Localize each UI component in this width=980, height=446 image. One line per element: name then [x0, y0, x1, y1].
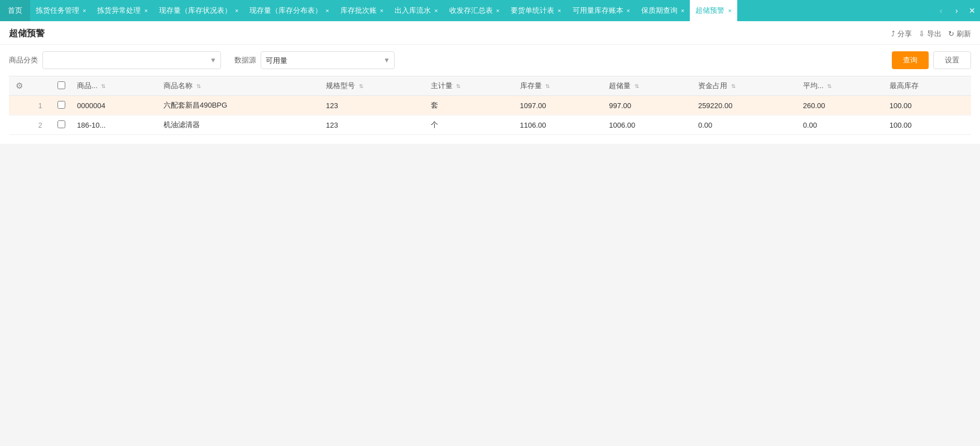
tab-label: 现存量（库存状况表）	[159, 6, 232, 16]
row-over-stock: 997.00	[603, 96, 693, 115]
col-header-product-name[interactable]: 商品名称 ⇅	[158, 76, 320, 96]
sort-icon-capital: ⇅	[731, 83, 736, 89]
refresh-label: 刷新	[957, 29, 971, 39]
datasource-select[interactable]: 可用量	[261, 51, 395, 69]
nav-tab-9[interactable]: 保质期查询 ×	[636, 0, 690, 21]
tab-label: 保质期查询	[641, 6, 678, 16]
sort-icon-spec: ⇅	[359, 83, 363, 89]
page-title: 超储预警	[9, 28, 45, 40]
col-header-product-code[interactable]: 商品... ⇅	[71, 76, 158, 96]
category-select-wrapper: ▼	[42, 51, 221, 69]
query-button[interactable]: 查询	[892, 51, 929, 69]
tab-label: 拣货异常处理	[97, 6, 141, 16]
row-gear-cell	[9, 115, 29, 135]
nav-arrow-close[interactable]: ✕	[964, 0, 980, 21]
col-header-index	[29, 76, 51, 96]
nav-arrow-left[interactable]: ‹	[933, 0, 949, 21]
tab-label: 拣货任务管理	[36, 6, 79, 16]
tab-close-icon[interactable]: ×	[380, 7, 383, 14]
tab-close-icon[interactable]: ×	[434, 7, 438, 14]
col-label-avg: 平均...	[803, 81, 824, 90]
row-max-stock: 100.00	[884, 96, 971, 115]
row-product-code: 0000004	[71, 96, 158, 115]
nav-tab-7[interactable]: 要货单统计表 ×	[505, 0, 566, 21]
tab-close-icon[interactable]: ×	[144, 7, 147, 14]
nav-arrow-right[interactable]: ›	[949, 0, 964, 21]
col-header-unit[interactable]: 主计量 ⇅	[425, 76, 515, 96]
row-product-name: 六配套新昌490BPG	[158, 96, 320, 115]
col-header-avg[interactable]: 平均... ⇅	[798, 76, 884, 96]
col-label-spec: 规格型号	[326, 81, 355, 90]
nav-tab-10[interactable]: 超储预警 ×	[690, 0, 737, 21]
table-header-row: ⚙ 商品... ⇅ 商品名称 ⇅ 规格型号 ⇅ 主计量 ⇅ 库存量 ⇅ 超储量 …	[9, 76, 971, 96]
nav-tab-5[interactable]: 出入库流水 ×	[389, 0, 443, 21]
row-gear-cell	[9, 96, 29, 115]
row-avg: 260.00	[798, 96, 884, 115]
row-unit: 个	[425, 115, 515, 135]
top-nav: 首页 拣货任务管理 × 拣货异常处理 × 现存量（库存状况表） × 现存量（库存…	[0, 0, 980, 21]
col-header-capital[interactable]: 资金占用 ⇅	[693, 76, 798, 96]
col-header-max-stock: 最高库存	[884, 76, 971, 96]
tab-close-icon[interactable]: ×	[627, 7, 630, 14]
refresh-icon: ↻	[948, 30, 954, 38]
share-button[interactable]: ⤴ 分享	[891, 29, 912, 39]
refresh-button[interactable]: ↻ 刷新	[948, 29, 971, 39]
row-checkbox[interactable]	[57, 120, 65, 128]
select-all-checkbox[interactable]	[57, 81, 65, 89]
datasource-select-wrapper: 可用量 ▼	[261, 51, 395, 69]
tab-label: 要货单统计表	[511, 6, 554, 16]
datasource-label: 数据源	[234, 55, 256, 65]
sort-icon-product-code: ⇅	[101, 83, 105, 89]
row-checkbox[interactable]	[57, 101, 65, 109]
export-label: 导出	[927, 29, 941, 39]
share-label: 分享	[897, 29, 912, 39]
tab-label: 收发存汇总表	[449, 6, 493, 16]
tab-label: 现存量（库存分布表）	[249, 6, 322, 16]
settings-button[interactable]: 设置	[933, 51, 971, 69]
col-label-stock: 库存量	[520, 81, 542, 90]
sort-icon-unit: ⇅	[456, 83, 460, 89]
tab-close-icon[interactable]: ×	[728, 7, 731, 14]
row-capital: 259220.00	[693, 96, 798, 115]
page-header: 超储预警 ⤴ 分享 ⇩ 导出 ↻ 刷新	[0, 21, 980, 45]
tab-close-icon[interactable]: ×	[496, 7, 499, 14]
row-capital: 0.00	[693, 115, 798, 135]
row-index: 2	[29, 115, 51, 135]
nav-arrows: ‹ › ✕	[933, 0, 980, 21]
table-row: 2 186-10... 机油滤清器 123 个 1106.00 1006.00 …	[9, 115, 971, 135]
col-label-capital: 资金占用	[698, 81, 727, 90]
nav-tab-0[interactable]: 拣货任务管理 ×	[30, 0, 92, 21]
row-product-code: 186-10...	[71, 115, 158, 135]
col-header-stock[interactable]: 库存量 ⇅	[515, 76, 604, 96]
row-spec: 123	[320, 96, 425, 115]
tab-close-icon[interactable]: ×	[558, 7, 561, 14]
row-index: 1	[29, 96, 51, 115]
col-header-over-stock[interactable]: 超储量 ⇅	[603, 76, 693, 96]
nav-tab-8[interactable]: 可用量库存账本 ×	[567, 0, 636, 21]
row-spec: 123	[320, 115, 425, 135]
nav-tab-1[interactable]: 拣货异常处理 ×	[92, 0, 153, 21]
sort-icon-stock: ⇅	[545, 83, 550, 89]
row-unit: 套	[425, 96, 515, 115]
tab-close-icon[interactable]: ×	[325, 7, 329, 14]
col-header-spec[interactable]: 规格型号 ⇅	[320, 76, 425, 96]
export-button[interactable]: ⇩ 导出	[919, 29, 941, 39]
row-stock: 1097.00	[515, 96, 604, 115]
nav-tab-2[interactable]: 现存量（库存状况表） ×	[153, 0, 244, 21]
tab-close-icon[interactable]: ×	[83, 7, 86, 14]
tab-label: 超储预警	[695, 6, 724, 16]
nav-tab-6[interactable]: 收发存汇总表 ×	[444, 0, 505, 21]
gear-settings-icon[interactable]: ⚙	[16, 81, 23, 90]
col-label-max-stock: 最高库存	[890, 81, 919, 90]
tab-close-icon[interactable]: ×	[235, 7, 238, 14]
page-container: 超储预警 ⤴ 分享 ⇩ 导出 ↻ 刷新 商品分类 ▼	[0, 21, 980, 144]
nav-tab-3[interactable]: 现存量（库存分布表） ×	[244, 0, 334, 21]
category-filter: 商品分类 ▼	[9, 51, 221, 69]
row-product-name: 机油滤清器	[158, 115, 320, 135]
nav-tab-4[interactable]: 库存批次账 ×	[335, 0, 389, 21]
table-row: 1 0000004 六配套新昌490BPG 123 套 1097.00 997.…	[9, 96, 971, 115]
filter-actions: 查询 设置	[892, 51, 971, 69]
category-select[interactable]	[42, 51, 221, 69]
tab-close-icon[interactable]: ×	[681, 7, 684, 14]
nav-home[interactable]: 首页	[0, 0, 30, 21]
